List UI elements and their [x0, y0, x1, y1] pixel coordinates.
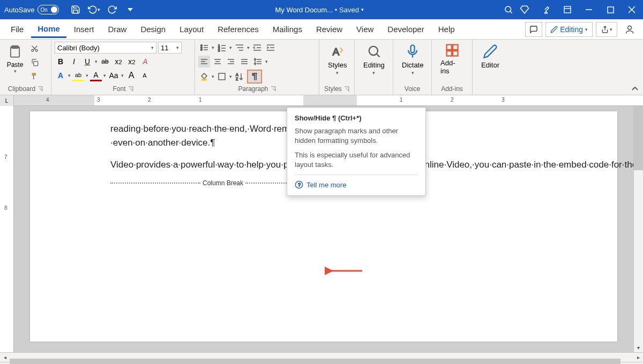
horizontal-scroll-thumb[interactable]: [10, 359, 620, 365]
scroll-left-button[interactable]: ◂: [0, 354, 10, 360]
document-title: My Word Docum...: [275, 6, 332, 14]
shrink-font-button[interactable]: A: [139, 70, 151, 81]
scroll-down-button[interactable]: ▾: [634, 343, 643, 352]
tooltip-link-label: Tell me more: [306, 181, 346, 189]
tooltip-tell-me-more[interactable]: ? Tell me more: [295, 175, 418, 189]
editing-group-button[interactable]: Editing▾: [358, 41, 390, 78]
subscript-button[interactable]: x2: [113, 56, 124, 67]
ruler-corner: L: [0, 95, 14, 106]
multilevel-list-button[interactable]: [234, 42, 245, 54]
underline-button[interactable]: U: [81, 56, 93, 67]
svg-rect-5: [607, 6, 613, 12]
cut-icon[interactable]: [29, 43, 40, 54]
svg-rect-55: [219, 73, 225, 80]
tab-references[interactable]: References: [211, 21, 265, 37]
tooltip-body-1: Show paragraph marks and other hidden fo…: [295, 126, 418, 145]
save-status: • Saved: [335, 6, 359, 14]
title-dropdown-icon[interactable]: ▾: [361, 7, 364, 12]
tab-review[interactable]: Review: [310, 21, 349, 37]
tab-home[interactable]: Home: [31, 21, 66, 38]
align-left-button[interactable]: [198, 56, 210, 67]
close-icon[interactable]: [625, 3, 639, 17]
editor-button[interactable]: Editor: [476, 41, 505, 71]
addins-label: Add-ins: [440, 59, 463, 75]
diamond-icon[interactable]: [518, 3, 532, 17]
tab-mailings[interactable]: Mailings: [266, 21, 309, 37]
copy-icon[interactable]: [29, 57, 40, 67]
format-painter-icon[interactable]: [29, 71, 40, 81]
justify-button[interactable]: [238, 56, 250, 67]
styles-group-label: Styles: [324, 85, 342, 93]
show-hide-button[interactable]: [247, 70, 262, 84]
superscript-button[interactable]: x2: [126, 56, 138, 67]
vertical-scrollbar[interactable]: ▴ ▾: [633, 106, 643, 352]
editing-mode-button[interactable]: Editing ▾: [545, 22, 593, 37]
addins-button[interactable]: Add-ins: [435, 41, 469, 77]
text-effects-button[interactable]: A: [55, 70, 66, 81]
tab-draw[interactable]: Draw: [101, 21, 133, 37]
qat-dropdown-icon[interactable]: [123, 3, 137, 17]
styles-button[interactable]: A Styles▾: [323, 41, 352, 78]
increase-indent-button[interactable]: [265, 42, 276, 54]
brush-icon[interactable]: [539, 3, 553, 17]
search-icon[interactable]: [502, 3, 515, 17]
grow-font-button[interactable]: A: [125, 70, 137, 81]
paste-label: Paste: [7, 61, 24, 69]
shading-button[interactable]: [198, 71, 210, 82]
paragraph-group-label: Paragraph: [238, 85, 268, 93]
tab-help[interactable]: Help: [432, 21, 461, 37]
tab-layout[interactable]: Layout: [173, 21, 210, 37]
editor-label: Editor: [481, 61, 499, 69]
numbering-button[interactable]: 123: [216, 42, 228, 54]
paragraph-dialog-launcher[interactable]: [271, 86, 276, 92]
font-color-button[interactable]: A: [90, 70, 102, 81]
clipboard-dialog-launcher[interactable]: [38, 86, 43, 92]
font-size-value: 11: [161, 44, 168, 52]
styles-dialog-launcher[interactable]: [344, 86, 349, 92]
font-name-dropdown[interactable]: Calibri (Body)▾: [55, 42, 156, 54]
decrease-indent-button[interactable]: [251, 42, 263, 54]
share-button[interactable]: ▾: [596, 22, 617, 37]
font-dialog-launcher[interactable]: [128, 86, 133, 92]
font-size-dropdown[interactable]: 11▾: [158, 42, 182, 54]
line-spacing-button[interactable]: [252, 56, 264, 67]
column-break-label: Column Break: [200, 179, 245, 187]
borders-button[interactable]: [216, 71, 228, 82]
collapse-ribbon-icon[interactable]: [631, 85, 639, 93]
tab-file[interactable]: File: [4, 21, 30, 37]
italic-button[interactable]: I: [68, 56, 80, 67]
comments-button[interactable]: [525, 22, 542, 37]
tab-developer[interactable]: Developer: [381, 21, 430, 37]
horizontal-ruler[interactable]: 4 3 2 1 1 2 3: [14, 95, 643, 106]
align-right-button[interactable]: [225, 56, 237, 67]
clear-formatting-button[interactable]: A: [139, 56, 151, 67]
clipboard-group-label: Clipboard: [8, 85, 35, 93]
bold-button[interactable]: B: [55, 56, 66, 67]
maximize-icon[interactable]: [603, 3, 617, 17]
tab-insert[interactable]: Insert: [68, 21, 101, 37]
vertical-ruler[interactable]: 7 8: [0, 106, 14, 352]
ribbon-display-icon[interactable]: [560, 3, 574, 17]
styles-label: Styles: [328, 61, 347, 69]
account-icon[interactable]: [623, 22, 637, 36]
change-case-button[interactable]: Aa: [108, 70, 119, 81]
align-center-button[interactable]: [212, 56, 223, 67]
undo-icon[interactable]: ▾: [87, 3, 101, 17]
autosave-toggle[interactable]: On: [38, 5, 59, 14]
tab-view[interactable]: View: [350, 21, 380, 37]
scroll-right-button[interactable]: ▸: [633, 354, 643, 360]
vertical-scroll-thumb[interactable]: [634, 106, 643, 170]
sort-button[interactable]: AZ: [234, 71, 245, 82]
strikethrough-button[interactable]: ab: [99, 56, 111, 67]
highlight-button[interactable]: ab: [72, 70, 84, 81]
svg-rect-2: [564, 6, 571, 13]
horizontal-scrollbar[interactable]: ◂ ▸: [0, 352, 643, 362]
bullets-button[interactable]: [198, 42, 210, 54]
minimize-icon[interactable]: [582, 3, 596, 17]
save-icon[interactable]: [69, 3, 83, 17]
tab-design[interactable]: Design: [134, 21, 172, 37]
dictate-button[interactable]: Dictate▾: [397, 41, 429, 78]
redo-icon[interactable]: [105, 3, 119, 17]
paste-button[interactable]: Paste ▾: [3, 41, 27, 74]
svg-point-9: [628, 26, 632, 29]
